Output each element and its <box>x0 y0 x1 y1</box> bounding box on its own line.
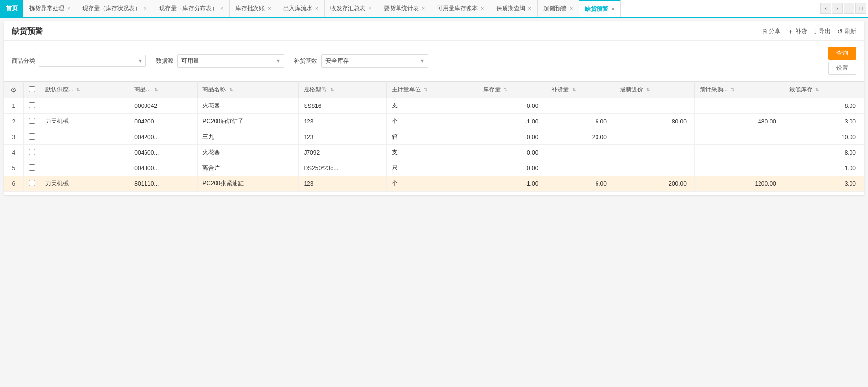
row-checkbox-4[interactable] <box>23 145 40 160</box>
column-latest-price[interactable]: 最新进价 ⇅ <box>615 82 694 98</box>
query-button[interactable]: 查询 <box>828 47 856 60</box>
tab-label-order-stats: 要货单统计表 <box>384 4 419 13</box>
tab-minimize-button[interactable]: — <box>844 3 854 14</box>
page-container: 缺货预警 ⎘ 分享 ＋ 补货 ↓ 导出 ↺ 刷新 商品分类 <box>4 21 864 195</box>
tab-close-inventory-status[interactable]: × <box>144 5 146 11</box>
tab-close-available-ledger[interactable]: × <box>481 5 484 11</box>
row-unit-4: 支 <box>387 145 478 160</box>
row-replenish-1 <box>546 98 615 114</box>
table-row: 4 004600... 火花塞 J7092 支 0.00 8.00 <box>4 145 864 160</box>
row-goods-code-4: 004600... <box>129 145 198 160</box>
row-num-6: 6 <box>4 176 23 192</box>
refresh-action[interactable]: ↺ 刷新 <box>837 27 856 35</box>
row-goods-code-2: 004200... <box>129 114 198 129</box>
tab-receipt-summary[interactable]: 收发存汇总表× <box>325 0 378 17</box>
row-latest-price-1 <box>615 98 694 114</box>
sort-spec-icon: ⇅ <box>330 88 334 92</box>
tab-batch[interactable]: 库存批次账× <box>230 0 277 17</box>
row-unit-3: 箱 <box>387 129 478 145</box>
column-settings[interactable]: ⚙ <box>4 82 23 98</box>
tab-label-overstock: 超储预警 <box>543 4 567 13</box>
row-checkbox-5[interactable] <box>23 160 40 176</box>
refresh-label: 刷新 <box>845 27 856 35</box>
tab-bar: 首页拣货异常处理×现存量（库存状况表）×现存量（库存分布表）×库存批次账×出入库… <box>0 0 868 18</box>
data-source-select[interactable]: 可用量 ▾ <box>177 54 284 68</box>
select-all-checkbox[interactable] <box>29 86 35 92</box>
column-checkbox <box>23 82 40 98</box>
row-goods-name-4: 火花塞 <box>198 145 299 160</box>
tab-maximize-button[interactable]: □ <box>855 3 866 14</box>
replenish-base-chevron-icon: ▾ <box>421 57 424 64</box>
tab-next-button[interactable]: › <box>832 3 843 14</box>
category-filter-group: 商品分类 ▾ <box>12 55 146 67</box>
table-header-row: ⚙ 默认供应... ⇅ 商品... ⇅ 商品名称 ⇅ 规格型号 ⇅ 主计量单位 … <box>4 82 864 98</box>
tab-inventory-dist[interactable]: 现存量（库存分布表）× <box>153 0 230 17</box>
row-goods-name-1: 火花塞 <box>198 98 299 114</box>
row-stock-6: -1.00 <box>478 176 546 192</box>
sort-name-icon: ⇅ <box>229 88 233 92</box>
data-source-filter-group: 数据源 可用量 ▾ <box>156 54 284 68</box>
row-estimated-purchase-5 <box>694 160 784 176</box>
tab-home[interactable]: 首页 <box>0 0 23 17</box>
table-row: 2 力天机械 004200... PC200油缸缸子 123 个 -1.00 6… <box>4 114 864 129</box>
tab-overstock[interactable]: 超储预警× <box>538 0 579 17</box>
tab-close-expiry[interactable]: × <box>528 5 531 11</box>
column-stock[interactable]: 库存量 ⇅ <box>478 82 546 98</box>
tab-prev-button[interactable]: ‹ <box>820 3 831 14</box>
tab-inout-flow[interactable]: 出入库流水× <box>277 0 325 17</box>
row-unit-1: 支 <box>387 98 478 114</box>
data-source-chevron-icon: ▾ <box>277 57 280 64</box>
replenish-action[interactable]: ＋ 补货 <box>787 27 807 36</box>
column-min-stock[interactable]: 最低库存 ⇅ <box>784 82 864 98</box>
column-goods-name[interactable]: 商品名称 ⇅ <box>198 82 299 98</box>
tab-nav-buttons: ‹ › — □ <box>819 3 868 14</box>
tab-close-overstock[interactable]: × <box>570 5 573 11</box>
column-goods-code[interactable]: 商品... ⇅ <box>129 82 198 98</box>
row-checkbox-1[interactable] <box>23 98 40 114</box>
row-supplier-4 <box>40 145 129 160</box>
tab-shortage[interactable]: 缺货预警× <box>579 0 620 17</box>
tab-exception[interactable]: 拣货异常处理× <box>23 0 76 17</box>
tab-inventory-status[interactable]: 现存量（库存状况表）× <box>76 0 153 17</box>
row-checkbox-6[interactable] <box>23 176 40 192</box>
tab-close-inout-flow[interactable]: × <box>315 5 318 11</box>
tab-label-receipt-summary: 收发存汇总表 <box>330 4 365 13</box>
category-chevron-icon: ▾ <box>139 57 142 64</box>
tab-close-inventory-dist[interactable]: × <box>220 5 223 11</box>
tab-close-exception[interactable]: × <box>67 5 70 11</box>
row-checkbox-3[interactable] <box>23 129 40 145</box>
tab-expiry[interactable]: 保质期查询× <box>490 0 538 17</box>
share-action[interactable]: ⎘ 分享 <box>763 27 780 35</box>
row-estimated-purchase-3 <box>694 129 784 145</box>
tab-available-ledger[interactable]: 可用量库存账本× <box>431 0 490 17</box>
gear-icon[interactable]: ⚙ <box>10 86 17 94</box>
row-estimated-purchase-4 <box>694 145 784 160</box>
tab-label-expiry: 保质期查询 <box>496 4 525 13</box>
tab-close-order-stats[interactable]: × <box>422 5 425 11</box>
row-num-5: 5 <box>4 160 23 176</box>
row-supplier-6: 力天机械 <box>40 176 129 192</box>
column-spec[interactable]: 规格型号 ⇅ <box>299 82 387 98</box>
column-estimated-purchase[interactable]: 预计采购... ⇅ <box>694 82 784 98</box>
tab-close-batch[interactable]: × <box>268 5 271 11</box>
row-checkbox-2[interactable] <box>23 114 40 129</box>
tab-close-receipt-summary[interactable]: × <box>368 5 371 11</box>
export-action[interactable]: ↓ 导出 <box>814 27 831 35</box>
tab-close-shortage[interactable]: × <box>611 6 614 12</box>
row-stock-5: 0.00 <box>478 160 546 176</box>
replenish-base-select[interactable]: 安全库存 ▾ <box>321 54 428 68</box>
column-replenish[interactable]: 补货量 ⇅ <box>546 82 615 98</box>
category-select[interactable]: ▾ <box>39 55 146 67</box>
row-stock-2: -1.00 <box>478 114 546 129</box>
export-label: 导出 <box>819 27 831 35</box>
data-table: ⚙ 默认供应... ⇅ 商品... ⇅ 商品名称 ⇅ 规格型号 ⇅ 主计量单位 … <box>4 81 864 192</box>
share-icon: ⎘ <box>763 28 767 35</box>
row-goods-name-6: PC200张紧油缸 <box>198 176 299 192</box>
row-estimated-purchase-2: 480.00 <box>694 114 784 129</box>
settings-button[interactable]: 设置 <box>828 62 856 75</box>
column-unit[interactable]: 主计量单位 ⇅ <box>387 82 478 98</box>
row-stock-3: 0.00 <box>478 129 546 145</box>
tab-order-stats[interactable]: 要货单统计表× <box>378 0 431 17</box>
row-min-stock-5: 1.00 <box>784 160 864 176</box>
column-supplier[interactable]: 默认供应... ⇅ <box>40 82 129 98</box>
